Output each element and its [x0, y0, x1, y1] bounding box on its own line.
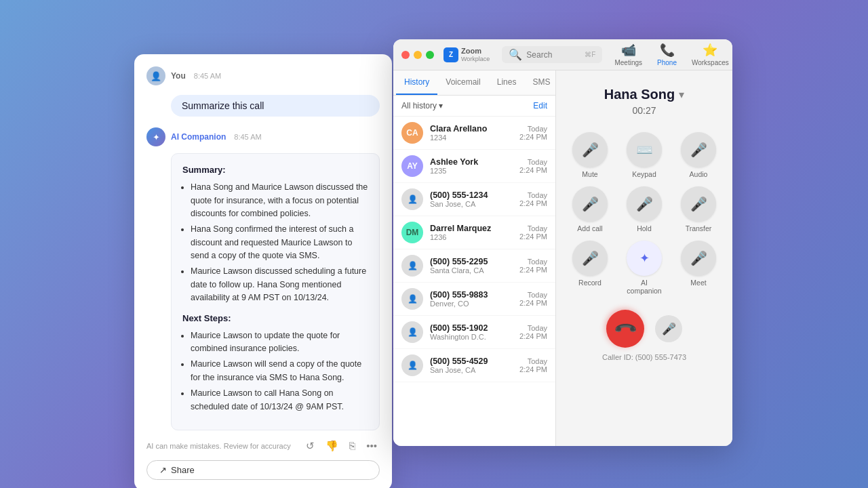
ai-avatar: ✦: [146, 127, 165, 146]
tab-history[interactable]: History: [396, 70, 437, 95]
tab-lines[interactable]: Lines: [489, 70, 525, 95]
phone-tabs: History Voicemail Lines SMS: [393, 70, 555, 96]
add-call-icon: 🎤: [572, 186, 608, 222]
caller-name-1: Ashlee York: [430, 157, 513, 167]
next-step-3: Maurice Lawson to call Hana Song on sche…: [191, 387, 368, 413]
zoom-app: Z Zoom Workplace 🔍 ⌘F 📹 Meetings 📞 Phone…: [393, 39, 732, 446]
caller-number-2: San Jose, CA: [430, 200, 513, 208]
next-step-1: Maurice Lawson to update the quote for c…: [191, 329, 368, 356]
call-time-4: Today 2:24 PM: [519, 258, 547, 274]
call-item-5[interactable]: 👤 (500) 555-9883 Denver, CO Today 2:24 P…: [393, 283, 555, 316]
title-bar: Z Zoom Workplace 🔍 ⌘F 📹 Meetings 📞 Phone…: [393, 39, 732, 70]
ai-companion-button[interactable]: ✦ AI companion: [624, 241, 665, 295]
caller-number-4: Santa Clara, CA: [430, 266, 513, 274]
transfer-label: Transfer: [686, 224, 712, 232]
call-item-0[interactable]: CA Clara Arellano 1234 Today 2:24 PM: [393, 117, 555, 150]
call-time-5: Today 2:24 PM: [519, 291, 547, 307]
keypad-label: Keypad: [632, 170, 656, 178]
avatar-0: CA: [401, 122, 423, 144]
hold-label: Hold: [637, 224, 652, 232]
call-duration: 00:27: [632, 105, 656, 116]
add-call-button[interactable]: 🎤 Add call: [570, 186, 610, 232]
mic-small-button[interactable]: 🎤: [655, 315, 682, 342]
call-info-5: (500) 555-9883 Denver, CO: [430, 290, 513, 308]
meet-label: Meet: [690, 279, 706, 287]
call-time-3: Today 2:24 PM: [519, 224, 547, 241]
more-button[interactable]: •••: [363, 439, 380, 453]
phone-body: History Voicemail Lines SMS All history …: [393, 70, 732, 446]
tab-sms[interactable]: SMS: [524, 70, 556, 95]
share-button[interactable]: ↗ Share: [146, 460, 380, 480]
add-call-label: Add call: [577, 224, 602, 232]
maximize-button[interactable]: [426, 51, 434, 59]
call-item-1[interactable]: AY Ashlee York 1235 Today 2:24 PM: [393, 150, 555, 183]
zoom-icon: Z: [443, 47, 458, 62]
workspaces-icon: ⭐: [703, 43, 717, 58]
thumbs-down-button[interactable]: 👎: [323, 439, 341, 453]
search-bar[interactable]: 🔍 ⌘F: [502, 46, 602, 63]
meet-button[interactable]: 🎤 Meet: [678, 241, 719, 295]
call-item-7[interactable]: 👤 (500) 555-4529 San Jose, CA Today 2:24…: [393, 349, 555, 382]
phone-icon: 📞: [660, 43, 675, 58]
disclaimer: AI can make mistakes. Review for accurac…: [146, 442, 291, 450]
call-info-7: (500) 555-4529 San Jose, CA: [430, 357, 513, 374]
caller-name-3: Darrel Marquez: [430, 224, 513, 233]
zoom-logo: Z Zoom Workplace: [443, 47, 490, 62]
caller-name-row: Hana Song ▾: [604, 87, 684, 102]
close-button[interactable]: [401, 51, 410, 59]
audio-button[interactable]: 🎤 Audio: [678, 132, 719, 178]
thumbs-up-button[interactable]: ↺: [303, 439, 317, 453]
meetings-label: Meetings: [614, 59, 642, 66]
active-caller-name: Hana Song: [604, 87, 675, 102]
call-time-6: Today 2:24 PM: [519, 324, 547, 340]
search-input[interactable]: [526, 50, 580, 60]
keypad-icon: ⌨️: [627, 132, 662, 167]
transfer-icon: 🎤: [681, 186, 716, 222]
audio-icon: 🎤: [681, 132, 716, 167]
caller-number-0: 1234: [430, 134, 513, 142]
caller-name-4: (500) 555-2295: [430, 257, 513, 266]
all-history-filter[interactable]: All history ▾: [401, 101, 443, 110]
caller-number-3: 1236: [430, 233, 513, 241]
mute-button[interactable]: 🎤 Mute: [570, 132, 610, 178]
call-item-4[interactable]: 👤 (500) 555-2295 Santa Clara, CA Today 2…: [393, 249, 555, 283]
record-label: Record: [578, 279, 601, 287]
avatar-1: AY: [401, 155, 423, 177]
window-controls: [401, 51, 434, 59]
ai-name: AI Companion: [171, 132, 226, 142]
nav-phone[interactable]: 📞 Phone: [650, 41, 684, 68]
transfer-button[interactable]: 🎤 Transfer: [678, 186, 719, 232]
title-bar-nav: 📹 Meetings 📞 Phone ⭐ Workspaces: [608, 41, 732, 68]
minimize-button[interactable]: [414, 51, 422, 59]
call-info-3: Darrel Marquez 1236: [430, 224, 513, 241]
tab-voicemail[interactable]: Voicemail: [437, 70, 488, 95]
caller-name-5: (500) 555-9883: [430, 290, 513, 300]
call-item-3[interactable]: DM Darrel Marquez 1236 Today 2:24 PM: [393, 216, 555, 249]
copy-button[interactable]: ⎘: [347, 439, 358, 453]
nav-workspaces[interactable]: ⭐ Workspaces: [685, 41, 732, 68]
end-call-button[interactable]: 📞: [598, 302, 652, 355]
call-item-6[interactable]: 👤 (500) 555-1902 Washington D.C. Today 2…: [393, 316, 555, 349]
call-info-2: (500) 555-1234 San Jose, CA: [430, 190, 513, 208]
user-message-row: 👤 You 8:45 AM: [146, 66, 380, 85]
chat-footer: AI can make mistakes. Review for accurac…: [146, 439, 380, 453]
chat-action-buttons: ↺ 👎 ⎘ •••: [303, 439, 380, 453]
meet-icon: 🎤: [681, 241, 716, 276]
caller-name-7: (500) 555-4529: [430, 357, 513, 366]
call-time-0: Today 2:24 PM: [519, 125, 547, 141]
call-item-2[interactable]: 👤 (500) 555-1234 San Jose, CA Today 2:24…: [393, 183, 555, 216]
call-buttons-grid: 🎤 Mute ⌨️ Keypad 🎤 Audio 🎤 Add call: [570, 132, 719, 295]
record-icon: 🎤: [572, 241, 608, 276]
nav-meetings[interactable]: 📹 Meetings: [608, 41, 649, 68]
avatar-4: 👤: [401, 255, 423, 277]
call-info-0: Clara Arellano 1234: [430, 124, 513, 142]
caller-id: Caller ID: (500) 555-7473: [602, 353, 686, 361]
edit-button[interactable]: Edit: [533, 101, 547, 110]
ai-response-box: Summary: Hana Song and Maurice Lawson di…: [171, 153, 380, 430]
hold-button[interactable]: 🎤 Hold: [624, 186, 665, 232]
caller-number-7: San Jose, CA: [430, 366, 513, 374]
user-name: You: [171, 71, 186, 81]
keypad-button[interactable]: ⌨️ Keypad: [624, 132, 665, 178]
share-label: Share: [171, 465, 195, 475]
record-button[interactable]: 🎤 Record: [570, 241, 610, 295]
